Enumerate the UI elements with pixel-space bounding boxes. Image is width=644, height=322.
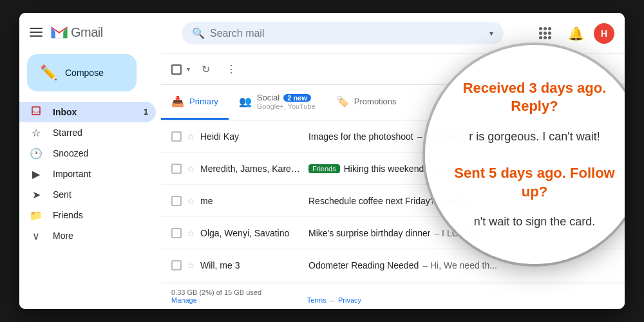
social-tab-badge: 2 new xyxy=(283,94,311,102)
email-checkbox-4[interactable] xyxy=(171,228,182,238)
more-icon: ∨ xyxy=(30,230,43,242)
more-options-button[interactable]: ⋮ xyxy=(221,59,242,80)
refresh-button[interactable]: ↻ xyxy=(195,59,216,80)
compose-icon: ✏️ xyxy=(40,64,57,81)
email-checkbox-5[interactable] xyxy=(171,260,182,270)
sidebar: Gmail ✏️ Compose Inbox 1 ☆ xyxy=(19,13,161,309)
subject-4: Mike's surprise birthday dinner xyxy=(308,228,430,238)
subject-1: Images for the photoshoot xyxy=(308,131,413,142)
subject-5: Odometer Reading Needed xyxy=(308,260,419,270)
star-icon-4[interactable]: ☆ xyxy=(187,228,195,238)
hamburger-icon[interactable] xyxy=(30,28,43,37)
top-right-icons: 🔔 H xyxy=(532,21,614,46)
important-label: Important xyxy=(53,169,148,179)
magnifier-text-gorgeous: r is gorgeous. I can't wait! xyxy=(469,129,600,145)
privacy-link[interactable]: Privacy xyxy=(338,296,361,304)
friends-tag-2: Friends xyxy=(308,164,340,173)
sidebar-item-starred[interactable]: ☆ Starred xyxy=(19,122,156,143)
select-dropdown-icon[interactable]: ▾ xyxy=(187,66,190,73)
star-icon-5[interactable]: ☆ xyxy=(187,260,195,270)
email-checkbox-3[interactable] xyxy=(171,196,182,206)
social-tab-label: Social xyxy=(257,93,279,102)
sidebar-item-sent[interactable]: ➤ Sent xyxy=(19,184,156,205)
search-icon: 🔍 xyxy=(192,27,205,39)
inbox-label: Inbox xyxy=(53,107,133,117)
sender-3: me xyxy=(200,196,303,206)
search-input[interactable] xyxy=(210,28,484,39)
subject-3: Reschedule coffee next Friday? xyxy=(308,196,435,206)
avatar[interactable]: H xyxy=(594,23,614,44)
sent-label: Sent xyxy=(53,189,148,200)
friends-icon: 📁 xyxy=(30,209,43,222)
starred-label: Starred xyxy=(53,128,148,138)
inbox-icon xyxy=(30,105,43,119)
inbox-badge: 1 xyxy=(144,108,148,117)
sidebar-item-important[interactable]: ▶ Important xyxy=(19,164,156,184)
sidebar-item-inbox[interactable]: Inbox 1 xyxy=(19,102,156,122)
gmail-title: Gmail xyxy=(71,25,103,40)
sender-1: Heidi Kay xyxy=(200,131,303,142)
snoozed-label: Snoozed xyxy=(53,148,148,158)
sidebar-item-snoozed[interactable]: 🕐 Snoozed xyxy=(19,143,156,164)
compose-button[interactable]: ✏️ Compose xyxy=(27,54,137,91)
primary-tab-icon: 📥 xyxy=(171,95,184,108)
tab-social[interactable]: 👥 Social 2 new Google+, YouTube xyxy=(229,85,326,120)
sender-4: Olga, Wenyi, Savatino xyxy=(200,228,303,238)
star-icon-2[interactable]: ☆ xyxy=(187,164,195,174)
compose-label: Compose xyxy=(65,68,104,78)
apps-button[interactable] xyxy=(532,21,558,46)
star-icon-1[interactable]: ☆ xyxy=(187,131,195,142)
magnifier-text-sent: Sent 5 days ago. Follow up? xyxy=(451,164,618,201)
email-checkbox-1[interactable] xyxy=(171,131,182,142)
search-dropdown-icon[interactable]: ▾ xyxy=(489,29,493,38)
select-all-checkbox[interactable] xyxy=(171,64,182,75)
gmail-logo-icon xyxy=(50,23,68,41)
tab-promotions[interactable]: 🏷️ Promotions xyxy=(326,85,407,120)
tab-primary[interactable]: 📥 Primary xyxy=(161,85,229,120)
email-body-5: Odometer Reading Needed – Hi, We need th… xyxy=(308,260,614,270)
footer: 0.33 GB (2%) of 15 GB used Manage Terms … xyxy=(161,283,625,309)
search-bar[interactable]: 🔍 ▾ xyxy=(182,22,504,44)
social-tab-sub: Google+, YouTube xyxy=(257,102,316,110)
browser-window: Gmail ✏️ Compose Inbox 1 ☆ xyxy=(19,13,625,309)
storage-text: 0.33 GB (2%) of 15 GB used xyxy=(171,289,261,296)
sidebar-item-more[interactable]: ∨ More xyxy=(19,225,156,246)
promotions-tab-icon: 🏷️ xyxy=(336,95,349,108)
sent-icon: ➤ xyxy=(30,189,43,201)
bell-icon: 🔔 xyxy=(568,26,584,41)
sender-2: Meredith, James, Karen 4 xyxy=(200,164,303,174)
gmail-app: Gmail ✏️ Compose Inbox 1 ☆ xyxy=(19,13,625,309)
snoozed-icon: 🕐 xyxy=(30,147,43,160)
notifications-button[interactable]: 🔔 xyxy=(563,21,589,46)
magnifier-text-received: Received 3 days ago. Reply? xyxy=(451,79,618,116)
star-icon-3[interactable]: ☆ xyxy=(187,196,195,206)
terms-link[interactable]: Terms xyxy=(307,296,327,304)
sidebar-item-friends[interactable]: 📁 Friends xyxy=(19,205,156,225)
manage-link[interactable]: Manage xyxy=(171,296,197,304)
promotions-tab-label: Promotions xyxy=(354,97,397,106)
sidebar-header: Gmail xyxy=(19,18,161,52)
gmail-logo: Gmail xyxy=(50,23,103,41)
important-icon: ▶ xyxy=(30,168,43,180)
apps-grid-icon xyxy=(539,27,551,39)
more-label: More xyxy=(53,231,148,241)
email-checkbox-2[interactable] xyxy=(171,164,182,174)
primary-tab-label: Primary xyxy=(189,97,218,106)
magnifier-text-card: n't wait to sign the card. xyxy=(474,214,596,230)
friends-label: Friends xyxy=(53,210,148,220)
main-content: 🔍 ▾ 🔔 H xyxy=(161,13,625,309)
nav-list: Inbox 1 ☆ Starred 🕐 Snoozed ▶ Important xyxy=(19,99,161,246)
preview-5: – Hi, We need th... xyxy=(422,260,497,270)
starred-icon: ☆ xyxy=(30,127,43,139)
sender-5: Will, me 3 xyxy=(200,260,303,270)
subject-2: Hiking this weekend xyxy=(344,164,424,174)
social-tab-icon: 👥 xyxy=(239,95,252,108)
